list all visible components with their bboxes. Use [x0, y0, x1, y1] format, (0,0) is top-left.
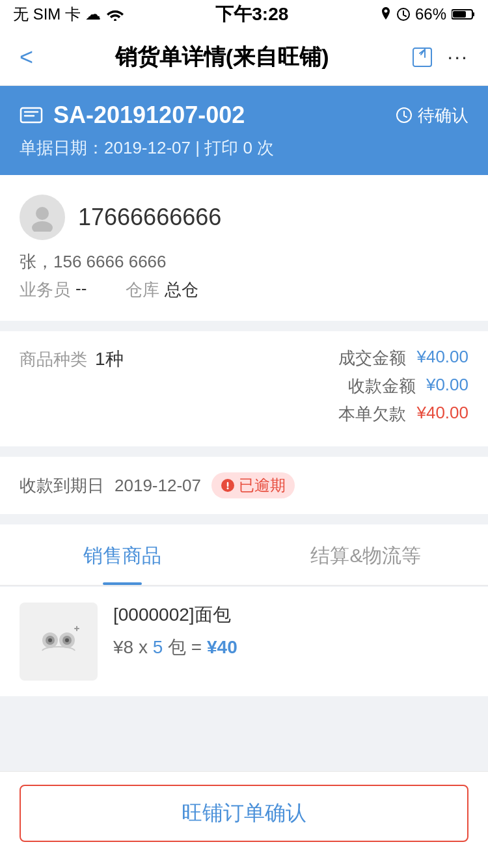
product-thumbnail [20, 603, 98, 681]
share-icon[interactable] [411, 46, 434, 69]
amount-right: 成交金额 ¥40.00 收款金额 ¥0.00 本单欠款 ¥40.00 [338, 347, 468, 431]
total-price: ¥40 [207, 637, 237, 657]
tabs-row: 销售商品 结算&物流等 [0, 524, 488, 586]
status-right: 66% [380, 5, 475, 23]
order-status: 待确认 [396, 104, 468, 127]
svg-point-17 [65, 638, 69, 642]
header-date: 单据日期：2019-12-07 | 打印 0 次 [20, 137, 468, 159]
svg-rect-3 [472, 12, 474, 16]
product-kind-label: 商品种类 [20, 348, 87, 371]
product-price: ¥8 x 5 包 = ¥40 [113, 635, 468, 660]
svg-point-11 [227, 487, 229, 489]
customer-phone: 17666666666 [78, 204, 221, 231]
amount-section: 商品种类 1种 成交金额 ¥40.00 收款金额 ¥0.00 本单欠款 ¥40.… [0, 331, 488, 446]
equals-sign: = [191, 637, 207, 657]
status-bar: 无 SIM 卡 ☁ 下午3:28 66% [0, 0, 488, 29]
product-info: [0000002]面包 ¥8 x 5 包 = ¥40 [113, 603, 468, 660]
location-icon [380, 7, 392, 21]
order-id: SA-20191207-002 [53, 102, 245, 129]
tab-sales-goods[interactable]: 销售商品 [0, 524, 244, 585]
status-label: 待确认 [418, 104, 468, 127]
nav-right[interactable]: ··· [411, 45, 468, 69]
owed-label: 本单欠款 [338, 403, 406, 426]
customer-name-detail: 张，156 6666 6666 [20, 251, 468, 273]
overdue-badge: 已逾期 [211, 472, 295, 498]
payment-amount: ¥0.00 [426, 375, 468, 398]
svg-point-8 [36, 207, 49, 220]
product-section: [0000002]面包 ¥8 x 5 包 = ¥40 [0, 587, 488, 696]
more-button[interactable]: ··· [447, 45, 468, 69]
order-icon [20, 105, 43, 125]
nav-bar: < 销货单详情(来自旺铺) ··· [0, 29, 488, 86]
payment-label: 收款金额 [348, 375, 416, 398]
tab-settlement[interactable]: 结算&物流等 [244, 524, 488, 585]
product-item: [0000002]面包 ¥8 x 5 包 = ¥40 [20, 603, 468, 681]
warehouse-label: 仓库 [126, 278, 159, 301]
nav-left[interactable]: < [20, 44, 33, 71]
due-label: 收款到期日 [20, 474, 104, 497]
tabs-section: 销售商品 结算&物流等 [0, 524, 488, 586]
clock-icon [397, 8, 410, 21]
clock-status-icon [396, 107, 413, 124]
product-kind-value: 1种 [95, 347, 124, 372]
warning-icon [221, 478, 235, 493]
due-section: 收款到期日 2019-12-07 已逾期 [0, 457, 488, 514]
product-name: [0000002]面包 [113, 603, 468, 627]
svg-point-9 [32, 221, 53, 232]
back-button[interactable]: < [20, 44, 33, 71]
status-left: 无 SIM 卡 ☁ [13, 4, 124, 25]
wifi-icon [106, 8, 124, 21]
quantity: 5 [153, 637, 163, 657]
svg-point-16 [48, 638, 52, 642]
confirm-button[interactable]: 旺铺订单确认 [20, 785, 468, 842]
multiply-sign: x [139, 637, 153, 657]
status-time: 下午3:28 [215, 2, 288, 27]
bottom-bar: 旺铺订单确认 [0, 771, 488, 868]
avatar [20, 195, 65, 240]
page-title: 销货单详情(来自旺铺) [115, 42, 329, 72]
unit-price: ¥8 [113, 637, 133, 657]
sim-label: 无 SIM 卡 ☁ [13, 4, 101, 25]
overdue-text: 已逾期 [239, 475, 286, 496]
unit: 包 [168, 637, 186, 657]
battery-label: 66% [415, 5, 446, 23]
salesperson-label: 业务员 [20, 278, 70, 301]
due-date: 2019-12-07 [115, 476, 201, 496]
warehouse-value: 总仓 [165, 278, 198, 301]
salesperson-value: -- [75, 278, 87, 301]
transaction-amount: ¥40.00 [416, 347, 468, 370]
header-card: SA-20191207-002 待确认 单据日期：2019-12-07 | 打印… [0, 86, 488, 175]
battery-icon [452, 8, 475, 20]
svg-rect-4 [453, 11, 466, 18]
svg-point-0 [114, 19, 116, 21]
owed-amount: ¥40.00 [416, 403, 468, 426]
customer-section: 17666666666 张，156 6666 6666 业务员 -- 仓库 总仓 [0, 175, 488, 321]
transaction-label: 成交金额 [338, 347, 406, 370]
